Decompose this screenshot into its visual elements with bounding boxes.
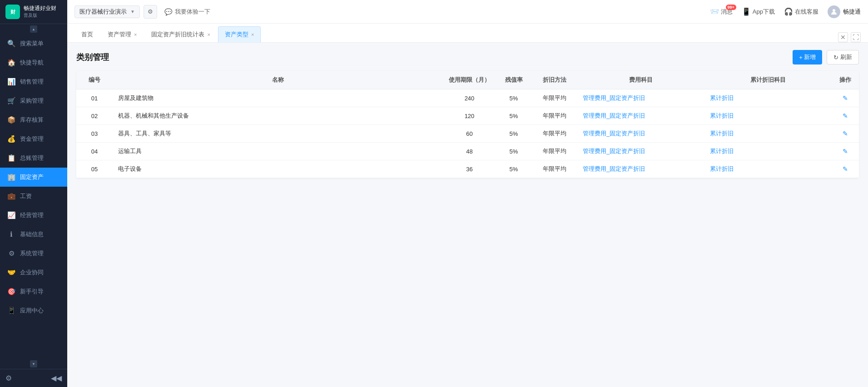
collapse-icon[interactable]: ◀◀ bbox=[51, 374, 62, 382]
main-content: 医疗器械行业演示 ▼ ⚙ 💬 我要体验一下 📨 消息 99 📱 App下载 bbox=[67, 0, 868, 387]
edit-button-3[interactable]: ✎ bbox=[843, 148, 848, 155]
online-service-action[interactable]: 🎧 在线客服 bbox=[784, 7, 818, 16]
tab-depreciation-stats-close[interactable]: × bbox=[207, 32, 210, 37]
sidebar-scroll-down[interactable]: ▼ bbox=[0, 359, 67, 369]
table-body: 01 房屋及建筑物 240 5% 年限平均 管理费用_固定资产折旧 累计折旧 ✎… bbox=[76, 89, 859, 178]
cell-name-3: 运输工具 bbox=[113, 143, 443, 160]
th-expense: 费用科目 bbox=[577, 71, 704, 89]
sidebar-item-enterprise[interactable]: 🤝 企业协同 bbox=[0, 263, 67, 282]
refresh-button[interactable]: ↻ 刷新 bbox=[827, 50, 859, 64]
tab-home[interactable]: 首页 bbox=[74, 26, 100, 42]
edit-button-2[interactable]: ✎ bbox=[843, 130, 848, 137]
sidebar-footer: ⚙ ◀◀ bbox=[0, 369, 67, 387]
edit-button-4[interactable]: ✎ bbox=[843, 165, 848, 173]
cell-period-4: 36 bbox=[443, 160, 496, 178]
table-row: 05 电子设备 36 5% 年限平均 管理费用_固定资产折旧 累计折旧 ✎ bbox=[76, 160, 859, 178]
sidebar-item-app-center[interactable]: 📱 应用中心 bbox=[0, 301, 67, 320]
sidebar-item-label-system: 系统管理 bbox=[20, 249, 44, 258]
newbie-icon: 🎯 bbox=[7, 288, 15, 296]
sidebar-item-label-wages: 工资 bbox=[20, 192, 32, 200]
table-row: 02 机器、机械和其他生产设备 120 5% 年限平均 管理费用_固定资产折旧 … bbox=[76, 107, 859, 125]
cell-method-0: 年限平均 bbox=[532, 89, 577, 107]
tab-close-button[interactable]: ✕ bbox=[838, 32, 848, 42]
sidebar-item-purchase[interactable]: 🛒 采购管理 bbox=[0, 91, 67, 110]
app-download-action[interactable]: 📱 App下载 bbox=[742, 7, 775, 16]
cell-period-3: 48 bbox=[443, 143, 496, 160]
home-icon: 🏠 bbox=[7, 59, 15, 67]
scroll-down-arrow[interactable]: ▼ bbox=[30, 360, 37, 367]
page-content: 类别管理 + 新增 ↻ 刷新 编号 名称 使用期限（月） bbox=[67, 43, 868, 387]
sidebar-item-sales[interactable]: 📊 销售管理 bbox=[0, 72, 67, 91]
cell-accum-3: 累计折旧 bbox=[704, 143, 832, 160]
search-icon: 🔍 bbox=[7, 40, 15, 48]
table-row: 04 运输工具 48 5% 年限平均 管理费用_固定资产折旧 累计折旧 ✎ bbox=[76, 143, 859, 160]
cell-action-0[interactable]: ✎ bbox=[832, 89, 859, 107]
cell-action-1[interactable]: ✎ bbox=[832, 107, 859, 125]
sidebar-item-fixed-assets[interactable]: 🏢 固定资产 bbox=[0, 168, 67, 187]
sidebar-item-newbie[interactable]: 🎯 新手引导 bbox=[0, 282, 67, 301]
new-button[interactable]: + 新增 bbox=[793, 50, 822, 64]
table-header-row: 编号 名称 使用期限（月） 残值率 折旧方法 费用科目 累计折旧科目 操作 bbox=[76, 71, 859, 89]
topbar-settings-button[interactable]: ⚙ bbox=[144, 5, 157, 19]
sidebar-item-search[interactable]: 🔍 搜索菜单 bbox=[0, 34, 67, 53]
scroll-up-arrow[interactable]: ▲ bbox=[30, 25, 37, 33]
tab-asset-type[interactable]: 资产类型 × bbox=[218, 26, 261, 42]
new-icon: + bbox=[799, 54, 803, 61]
cell-residual-3: 5% bbox=[496, 143, 532, 160]
tab-asset-type-label: 资产类型 bbox=[225, 30, 248, 39]
sidebar-item-quick-nav[interactable]: 🏠 快捷导航 bbox=[0, 53, 67, 72]
cell-residual-1: 5% bbox=[496, 107, 532, 125]
user-profile-action[interactable]: 畅捷通 bbox=[828, 5, 861, 18]
sidebar-item-system[interactable]: ⚙ 系统管理 bbox=[0, 244, 67, 263]
cell-name-1: 机器、机械和其他生产设备 bbox=[113, 107, 443, 125]
settings-footer-icon[interactable]: ⚙ bbox=[5, 374, 12, 382]
sidebar-item-label-app-center: 应用中心 bbox=[20, 307, 44, 315]
cell-residual-4: 5% bbox=[496, 160, 532, 178]
industry-label: 医疗器械行业演示 bbox=[79, 8, 127, 16]
message-action[interactable]: 📨 消息 99 bbox=[710, 7, 733, 16]
industry-selector[interactable]: 医疗器械行业演示 ▼ bbox=[74, 5, 140, 18]
sidebar-item-label-fixed-assets: 固定资产 bbox=[20, 173, 44, 181]
tab-asset-management-close[interactable]: × bbox=[134, 32, 137, 37]
sidebar-nav: 🔍 搜索菜单 🏠 快捷导航 📊 销售管理 🛒 采购管理 📦 库存核算 💰 资金管… bbox=[0, 34, 67, 359]
svg-point-0 bbox=[833, 9, 835, 12]
cell-action-2[interactable]: ✎ bbox=[832, 125, 859, 143]
tab-expand-button[interactable]: ⛶ bbox=[851, 32, 861, 42]
tab-depreciation-stats[interactable]: 固定资产折旧统计表 × bbox=[144, 26, 217, 42]
sidebar-item-inventory[interactable]: 📦 库存核算 bbox=[0, 110, 67, 129]
th-residual: 残值率 bbox=[496, 71, 532, 89]
cell-residual-2: 5% bbox=[496, 125, 532, 143]
cell-expense-3: 管理费用_固定资产折旧 bbox=[577, 143, 704, 160]
sidebar-item-label-basic-info: 基础信息 bbox=[20, 230, 44, 238]
cell-accum-1: 累计折旧 bbox=[704, 107, 832, 125]
sidebar-item-finance[interactable]: 💰 资金管理 bbox=[0, 129, 67, 149]
cell-period-2: 60 bbox=[443, 125, 496, 143]
sidebar-scroll-up[interactable]: ▲ bbox=[0, 24, 67, 34]
table-container: 编号 名称 使用期限（月） 残值率 折旧方法 费用科目 累计折旧科目 操作 01… bbox=[76, 71, 859, 178]
tab-asset-management[interactable]: 资产管理 × bbox=[101, 26, 144, 42]
sidebar: 财 畅捷通好业财 普及版 ▲ 🔍 搜索菜单 🏠 快捷导航 📊 销售管理 🛒 采购… bbox=[0, 0, 67, 387]
tab-asset-type-close[interactable]: × bbox=[251, 32, 254, 37]
edit-button-0[interactable]: ✎ bbox=[843, 94, 848, 102]
sidebar-item-wages[interactable]: 💼 工资 bbox=[0, 187, 67, 206]
sidebar-item-basic-info[interactable]: ℹ 基础信息 bbox=[0, 225, 67, 244]
message-badge: 99 bbox=[726, 5, 736, 10]
topbar-experience-button[interactable]: 💬 我要体验一下 bbox=[164, 8, 210, 16]
cell-action-3[interactable]: ✎ bbox=[832, 143, 859, 160]
edit-button-1[interactable]: ✎ bbox=[843, 112, 848, 119]
cell-action-4[interactable]: ✎ bbox=[832, 160, 859, 178]
page-actions: + 新增 ↻ 刷新 bbox=[793, 50, 859, 64]
cell-name-0: 房屋及建筑物 bbox=[113, 89, 443, 107]
sidebar-item-label-newbie: 新手引导 bbox=[20, 288, 44, 296]
cell-accum-0: 累计折旧 bbox=[704, 89, 832, 107]
cell-expense-1: 管理费用_固定资产折旧 bbox=[577, 107, 704, 125]
sidebar-item-label-finance: 资金管理 bbox=[20, 135, 44, 143]
th-action: 操作 bbox=[832, 71, 859, 89]
settings-icon: ⚙ bbox=[148, 8, 153, 15]
sidebar-item-label-inventory: 库存核算 bbox=[20, 116, 44, 124]
sidebar-item-operations[interactable]: 📈 经营管理 bbox=[0, 206, 67, 225]
online-service-label: 在线客服 bbox=[795, 8, 818, 16]
cell-residual-0: 5% bbox=[496, 89, 532, 107]
sidebar-item-ledger[interactable]: 📋 总账管理 bbox=[0, 149, 67, 168]
table-row: 03 器具、工具、家具等 60 5% 年限平均 管理费用_固定资产折旧 累计折旧… bbox=[76, 125, 859, 143]
